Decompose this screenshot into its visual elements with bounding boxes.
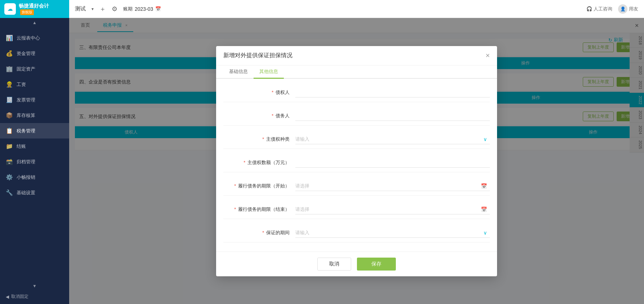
input-lxqixian-start[interactable] <box>295 181 490 191</box>
form-row-zhuzhaiquanzhonglei: * 主债权种类 ∨ <box>223 134 490 149</box>
modal-body: * 债权人 * 债务人 <box>216 79 497 251</box>
input-zhuzhaiquanzhonglei[interactable] <box>295 134 490 144</box>
sidebar-item-guidang[interactable]: 🗃️ 归档管理 <box>0 154 69 169</box>
modal-overlay: 新增对外提供保证担保情况 × 基础信息 其他信息 <box>69 18 644 304</box>
required-star2: * <box>272 113 273 118</box>
period-value: 2023-03 <box>135 6 153 12</box>
sidebar-item-gongzi[interactable]: 👷 工资 <box>0 77 69 92</box>
app-title-block: 畅捷通好会计 旗舰版 <box>19 3 49 15</box>
zijin-icon: 💰 <box>6 50 13 57</box>
avatar: 👤 <box>618 4 627 14</box>
modal-header: 新增对外提供保证担保情况 × <box>216 46 497 65</box>
label-lxqixian-end: * 履行债务的期限（结束） <box>223 206 295 213</box>
input-zhaiwuren[interactable] <box>295 111 490 121</box>
input-baozhengqijian[interactable] <box>295 228 490 238</box>
sidebar-label-zijin: 资金管理 <box>17 50 35 57</box>
service-label: 人工咨询 <box>594 6 612 12</box>
sidebar-label-kucun: 库存核算 <box>17 112 35 119</box>
form-row-zhaiquanren: * 债权人 <box>223 87 490 102</box>
sidebar-cancel-pin[interactable]: ◀ 取消固定 <box>0 291 69 304</box>
modal-footer: 取消 保存 <box>216 251 497 276</box>
sidebar-item-shuiwu[interactable]: 📋 税务管理 <box>0 123 69 139</box>
sidebar-item-xiaochang[interactable]: ⚙️ 小畅报销 <box>0 169 69 185</box>
modal-sub-tabs: 基础信息 其他信息 <box>216 65 497 79</box>
cancel-pin-icon: ◀ <box>6 294 9 299</box>
sidebar-item-jichushezhi[interactable]: 🔧 基础设置 <box>0 185 69 200</box>
sidebar-label-guidang: 归档管理 <box>17 159 35 165</box>
sidebar-header: ☁ 畅捷通好会计 旗舰版 <box>0 0 69 18</box>
main-area: 测试 ▾ ＋ ⚙ 账期 2023-03 📅 🎧 人工咨询 👤 用友 <box>69 0 644 304</box>
input-baozhengfangshi[interactable] <box>295 251 490 251</box>
topbar-right: 🎧 人工咨询 👤 用友 <box>586 4 638 14</box>
modal-tab-basic[interactable]: 基础信息 <box>223 65 254 79</box>
field-lxqixian-start: 📅 <box>295 181 490 191</box>
sidebar-item-yunbao[interactable]: 📊 云报表中心 <box>0 30 69 46</box>
required-star4: * <box>243 160 245 165</box>
service-button[interactable]: 🎧 人工咨询 <box>586 6 612 12</box>
label-zhaiwuren: * 债务人 <box>223 113 295 119</box>
cancel-pin-label: 取消固定 <box>11 294 28 300</box>
sidebar-item-zijin[interactable]: 💰 资金管理 <box>0 46 69 61</box>
sidebar-label-jiezhang: 结账 <box>17 143 26 150</box>
guidang-icon: 🗃️ <box>6 158 13 165</box>
settings-button[interactable]: ⚙ <box>112 5 117 13</box>
app-edition: 旗舰版 <box>19 9 49 15</box>
edition-badge: 旗舰版 <box>20 9 34 15</box>
required-star5: * <box>234 183 236 189</box>
sidebar-label-gongzi: 工资 <box>17 81 26 88</box>
required-star7: * <box>262 230 264 235</box>
input-zhuzhaiquanshue[interactable] <box>295 158 490 168</box>
label-zhuzhaiquanshue: * 主债权数额（万元） <box>223 159 295 166</box>
sidebar-label-gudingzichan: 固定资产 <box>17 66 35 72</box>
input-zhaiquanren[interactable] <box>295 87 490 97</box>
label-baozhengqijian: * 保证的期间 <box>223 230 295 236</box>
field-baozhengqijian: ∨ <box>295 228 490 238</box>
add-button[interactable]: ＋ <box>99 5 106 13</box>
cancel-button[interactable]: 取消 <box>317 258 351 271</box>
jichushezhi-icon: 🔧 <box>6 189 13 196</box>
sidebar-label-shuiwu: 税务管理 <box>17 128 35 134</box>
sidebar-item-kucun[interactable]: 📦 库存核算 <box>0 108 69 123</box>
required-star: * <box>272 90 273 95</box>
modal-dialog: 新增对外提供保证担保情况 × 基础信息 其他信息 <box>216 46 497 276</box>
kucun-icon: 📦 <box>6 112 13 119</box>
form-row-baozhengqijian: * 保证的期间 ∨ <box>223 228 490 242</box>
app-name: 畅捷通好会计 <box>19 3 49 9</box>
headset-icon: 🎧 <box>586 6 592 12</box>
content-area: 首页 税务申报 × × ↻ 刷新 三、有限责任公司本年度 <box>69 18 644 304</box>
yunbao-icon: 📊 <box>6 35 13 41</box>
user-label: 用友 <box>629 6 638 12</box>
field-zhuzhaiquanshue <box>295 158 490 168</box>
label-zhuzhaiquanzhonglei: * 主债权种类 <box>223 136 295 142</box>
shuiwu-icon: 📋 <box>6 127 13 134</box>
label-zhaiquanren: * 债权人 <box>223 89 295 96</box>
sidebar-label-fapiao: 发票管理 <box>17 97 35 103</box>
jiezhang-icon: 📁 <box>6 143 13 150</box>
save-button[interactable]: 保存 <box>357 258 396 271</box>
sidebar-item-jiezhang[interactable]: 📁 结账 <box>0 139 69 154</box>
label-lxqixian-start: * 履行债务的期限（开始） <box>223 183 295 189</box>
form-row-zhuzhaiquanshue: * 主债权数额（万元） <box>223 158 490 172</box>
fapiao-icon: 🧾 <box>6 96 13 103</box>
sidebar-item-gudingzichan[interactable]: 🏢 固定资产 <box>0 61 69 77</box>
modal-tab-other[interactable]: 其他信息 <box>254 65 284 79</box>
topbar: 测试 ▾ ＋ ⚙ 账期 2023-03 📅 🎧 人工咨询 👤 用友 <box>69 0 644 18</box>
period-label: 账期 <box>123 6 133 12</box>
period-calendar-icon[interactable]: 📅 <box>155 6 161 12</box>
sidebar-scroll-down[interactable]: ▼ <box>0 281 69 291</box>
form-row-lxqixian-start: * 履行债务的期限（开始） 📅 <box>223 181 490 196</box>
sidebar-label-xiaochang: 小畅报销 <box>17 174 35 181</box>
form-row-zhaiwuren: * 债务人 <box>223 111 490 126</box>
sidebar-item-fapiao[interactable]: 🧾 发票管理 <box>0 92 69 108</box>
form-row-lxqixian-end: * 履行债务的期限（结束） 📅 <box>223 204 490 219</box>
modal-close-button[interactable]: × <box>486 52 490 59</box>
company-dropdown[interactable]: ▾ <box>91 6 94 12</box>
sidebar-label-yunbao: 云报表中心 <box>17 35 40 41</box>
input-lxqixian-end[interactable] <box>295 204 490 214</box>
modal-title: 新增对外提供保证担保情况 <box>223 52 292 59</box>
field-zhaiwuren <box>295 111 490 121</box>
sidebar-scroll-up[interactable]: ▲ <box>0 18 69 27</box>
field-lxqixian-end: 📅 <box>295 204 490 214</box>
user-button[interactable]: 👤 用友 <box>618 4 638 14</box>
sidebar-label-jichushezhi: 基础设置 <box>17 190 35 196</box>
